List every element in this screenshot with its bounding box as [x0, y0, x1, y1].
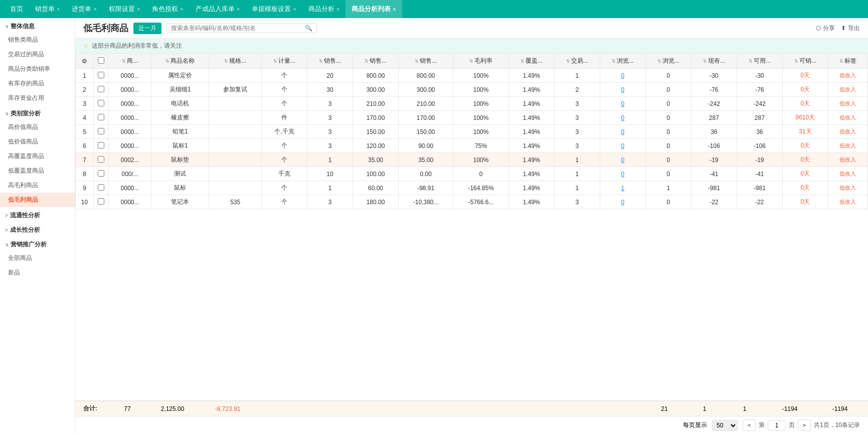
- cell-checkbox[interactable]: [94, 97, 109, 111]
- cell-view1[interactable]: 0: [600, 195, 645, 209]
- sidebar-item-高毛利商品[interactable]: 高毛利商品: [0, 178, 75, 193]
- sidebar-item-交易过的商品[interactable]: 交易过的商品: [0, 47, 75, 62]
- row-checkbox[interactable]: [98, 100, 104, 106]
- cell-checkbox[interactable]: [94, 195, 109, 209]
- sidebar-item-低覆盖度商品[interactable]: 低覆盖度商品: [0, 164, 75, 178]
- close-tab-icon[interactable]: ×: [293, 6, 296, 12]
- cell-view1[interactable]: 0: [600, 139, 645, 153]
- nav-item-首页[interactable]: 首页: [4, 0, 29, 18]
- share-button[interactable]: ⬡ 分享: [816, 24, 835, 33]
- cell-checkbox[interactable]: [94, 125, 109, 139]
- sidebar-item-新品[interactable]: 新品: [0, 265, 75, 280]
- col-header-tag[interactable]: ⇅标签: [828, 54, 867, 69]
- col-header-sale_price[interactable]: ⇅销售...: [353, 54, 399, 69]
- cell-view1[interactable]: 0: [600, 167, 645, 181]
- table-wrapper[interactable]: ⚙⇅商...⇅商品名称⇅规格...⇅计量...⇅销售...⇅销售...⇅销售..…: [75, 53, 868, 400]
- row-checkbox[interactable]: [98, 198, 104, 205]
- view-link[interactable]: 1: [621, 185, 625, 192]
- sidebar-item-低价值商品[interactable]: 低价值商品: [0, 134, 75, 149]
- search-icon[interactable]: 🔍: [305, 25, 312, 32]
- col-header-gross_margin[interactable]: ⇅毛利率: [453, 54, 509, 69]
- close-tab-icon[interactable]: ×: [137, 6, 140, 12]
- close-tab-icon[interactable]: ×: [180, 6, 183, 12]
- view-link[interactable]: 0: [621, 100, 625, 107]
- prev-page-button[interactable]: ＜: [743, 419, 756, 431]
- sidebar-item-全部商品[interactable]: 全部商品: [0, 251, 75, 265]
- sidebar-item-高价值商品[interactable]: 高价值商品: [0, 120, 75, 134]
- per-page-select[interactable]: 50 100 200: [712, 420, 738, 431]
- sidebar-group-营销推广分析[interactable]: ∨营销推广分析: [0, 236, 75, 251]
- col-header-sale_qty[interactable]: ⇅销售...: [307, 54, 353, 69]
- nav-item-商品分析[interactable]: 商品分析×: [302, 0, 345, 18]
- view-link[interactable]: 0: [621, 142, 625, 150]
- cell-view1[interactable]: 1: [600, 181, 645, 195]
- col-header-trade_count[interactable]: ⇅交易...: [554, 54, 600, 69]
- sidebar-group-整体信息[interactable]: ∨整体信息: [0, 18, 75, 33]
- row-checkbox[interactable]: [98, 128, 104, 134]
- search-input[interactable]: [171, 25, 303, 32]
- view-link[interactable]: 0: [621, 157, 625, 164]
- sidebar-item-高覆盖度商品[interactable]: 高覆盖度商品: [0, 149, 75, 164]
- view-link[interactable]: 0: [621, 128, 625, 135]
- cell-view1[interactable]: 0: [600, 153, 645, 167]
- view-link[interactable]: 0: [621, 86, 625, 93]
- close-tab-icon[interactable]: ×: [57, 6, 60, 12]
- row-checkbox[interactable]: [98, 184, 104, 191]
- col-header-spec[interactable]: ⇅规格...: [209, 54, 262, 69]
- export-button[interactable]: ⬆ 导出: [841, 24, 860, 33]
- sidebar-item-商品分类助销率[interactable]: 商品分类助销率: [0, 62, 75, 76]
- cell-checkbox[interactable]: [94, 167, 109, 181]
- row-checkbox[interactable]: [98, 114, 104, 120]
- cell-checkbox[interactable]: [94, 139, 109, 153]
- cell-view1[interactable]: 0: [600, 125, 645, 139]
- row-checkbox[interactable]: [98, 86, 104, 92]
- sidebar-item-有库存的商品[interactable]: 有库存的商品: [0, 76, 75, 91]
- cell-view1[interactable]: 0: [600, 97, 645, 111]
- sidebar-item-低毛利商品[interactable]: 低毛利商品: [0, 193, 75, 207]
- sidebar-group-类别室分析[interactable]: ∨类别室分析: [0, 105, 75, 120]
- close-tab-icon[interactable]: ×: [336, 6, 339, 12]
- col-header-current_stock[interactable]: ⇅现有...: [691, 54, 737, 69]
- nav-item-权限设置[interactable]: 权限设置×: [103, 0, 146, 18]
- col-header-code[interactable]: ⇅商...: [109, 54, 151, 69]
- col-header-coverage[interactable]: ⇅覆盖...: [508, 54, 554, 69]
- sidebar-group-成长性分析[interactable]: >成长性分析: [0, 222, 75, 236]
- cell-checkbox[interactable]: [94, 111, 109, 125]
- nav-item-产成品入库单[interactable]: 产成品入库单×: [190, 0, 246, 18]
- close-tab-icon[interactable]: ×: [393, 6, 396, 12]
- nav-item-商品分析列表[interactable]: 商品分析列表×: [345, 0, 402, 18]
- col-header-sale_profit[interactable]: ⇅销售...: [399, 54, 453, 69]
- nav-item-进货单[interactable]: 进货单×: [66, 0, 102, 18]
- row-checkbox[interactable]: [98, 156, 104, 163]
- sidebar-group-流通性分析[interactable]: >流通性分析: [0, 207, 75, 222]
- row-checkbox[interactable]: [98, 142, 104, 149]
- sidebar-item-销售类商品[interactable]: 销售类商品: [0, 33, 75, 47]
- next-page-button[interactable]: ＞: [798, 419, 811, 431]
- cell-checkbox[interactable]: [94, 181, 109, 195]
- row-checkbox[interactable]: [98, 170, 104, 177]
- view-link[interactable]: 0: [621, 72, 625, 79]
- cell-checkbox[interactable]: [94, 69, 109, 83]
- nav-item-角色授权[interactable]: 角色授权×: [146, 0, 189, 18]
- cell-view1[interactable]: 0: [600, 111, 645, 125]
- nav-item-销货单[interactable]: 销货单×: [29, 0, 66, 18]
- select-all-checkbox[interactable]: [98, 57, 104, 64]
- cell-checkbox[interactable]: [94, 83, 109, 97]
- view-link[interactable]: 0: [621, 171, 625, 178]
- sidebar-item-库存资金占用[interactable]: 库存资金占用: [0, 91, 75, 105]
- page-number-input[interactable]: [768, 420, 786, 430]
- col-header-name[interactable]: ⇅商品名称: [151, 54, 209, 69]
- col-header-available_stock[interactable]: ⇅可用...: [737, 54, 782, 69]
- view-link[interactable]: 0: [621, 199, 625, 206]
- nav-item-单据模板设置[interactable]: 单据模板设置×: [246, 0, 302, 18]
- cell-checkbox[interactable]: [94, 153, 109, 167]
- col-header-sellable_days[interactable]: ⇅可销...: [782, 54, 828, 69]
- close-tab-icon[interactable]: ×: [237, 6, 240, 12]
- settings-icon[interactable]: ⚙: [82, 58, 87, 65]
- cell-view1[interactable]: 0: [600, 69, 645, 83]
- col-header-view1[interactable]: ⇅浏览...: [600, 54, 645, 69]
- col-header-view2[interactable]: ⇅浏览...: [645, 54, 691, 69]
- view-link[interactable]: 0: [621, 114, 625, 121]
- col-header-unit[interactable]: ⇅计量...: [262, 54, 307, 69]
- filter-button[interactable]: 近一月: [133, 23, 161, 34]
